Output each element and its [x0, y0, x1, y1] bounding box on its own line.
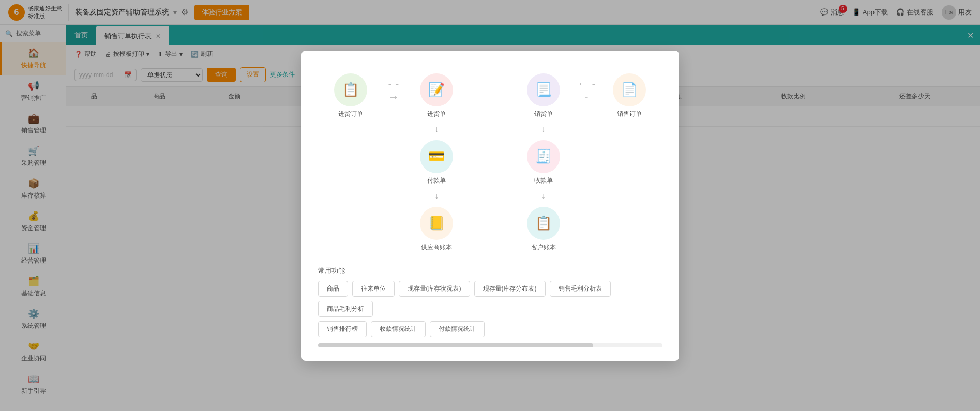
func-buttons-row-2: 销售排行榜 收款情况统计 付款情况统计: [318, 321, 662, 337]
func-btn-stock-dist[interactable]: 现存量(库存分布表): [474, 281, 546, 297]
receipt-bill-label: 收款单: [534, 176, 553, 185]
customer-ledger-label: 客户账本: [531, 243, 556, 252]
flow-node-supplier-ledger[interactable]: 📒 供应商账本: [404, 201, 470, 258]
sales-order-label: 销售订单: [617, 110, 642, 118]
receipt-bill-icon: 🧾: [527, 140, 560, 173]
payment-bill-icon: 💳: [420, 140, 453, 173]
flow-node-payment-bill[interactable]: 💳 付款单: [404, 134, 470, 191]
flow-row-2: 💳 付款单 🧾 收款单: [318, 134, 662, 191]
flow-row-1: 📋 进货订单 - - → 📝 进货单 📃 销货单 ← - - 📄 销售订单: [318, 67, 662, 125]
arrow-down-purchase: ↓: [404, 125, 470, 134]
func-btn-counterpart[interactable]: 往来单位: [352, 281, 395, 297]
purchase-bill-label: 进货单: [427, 110, 446, 118]
func-btn-stock-status[interactable]: 现存量(库存状况表): [399, 281, 470, 297]
supplier-ledger-label: 供应商账本: [421, 243, 452, 252]
arrow-down-sales: ↓: [511, 125, 577, 134]
purchase-bill-icon: 📝: [420, 73, 453, 106]
func-btn-sales-ranking[interactable]: 销售排行榜: [318, 321, 367, 337]
flow-node-sales-bill[interactable]: 📃 销货单: [511, 67, 577, 125]
arrow-down-receipt: ↓: [511, 191, 577, 201]
flow-arrows-row: ↓ ↓: [318, 125, 662, 134]
flow-row-3: 📒 供应商账本 📋 客户账本: [318, 201, 662, 258]
flow-node-receipt-bill[interactable]: 🧾 收款单: [511, 134, 577, 191]
sales-order-icon: 📄: [613, 73, 646, 106]
payment-bill-label: 付款单: [427, 176, 446, 185]
func-btn-payment-stats[interactable]: 付款情况统计: [430, 321, 485, 337]
flow-arrows-row2: ↓ ↓: [318, 191, 662, 201]
arrow-spacer: [470, 90, 511, 101]
modal-scrollbar[interactable]: [318, 343, 662, 347]
customer-ledger-icon: 📋: [527, 207, 560, 240]
func-buttons-row-1: 商品 往来单位 现存量(库存状况表) 现存量(库存分布表) 销售毛利分析表 商品…: [318, 281, 662, 317]
common-funcs-title: 常用功能: [318, 266, 662, 276]
purchase-order-icon: 📋: [334, 73, 367, 106]
func-btn-goods-margin[interactable]: 商品毛利分析: [318, 301, 373, 317]
flow-node-sales-order[interactable]: 📄 销售订单: [597, 67, 662, 125]
supplier-ledger-icon: 📒: [420, 207, 453, 240]
func-btn-sales-margin[interactable]: 销售毛利分析表: [550, 281, 611, 297]
flow-node-purchase-order[interactable]: 📋 进货订单: [318, 67, 384, 125]
flow-node-purchase-bill[interactable]: 📝 进货单: [404, 67, 470, 125]
arrow-h2: ← - -: [576, 77, 597, 114]
func-btn-goods[interactable]: 商品: [318, 281, 348, 297]
sales-bill-icon: 📃: [527, 73, 560, 106]
sales-bill-label: 销货单: [534, 110, 553, 118]
modal-dialog: 📋 进货订单 - - → 📝 进货单 📃 销货单 ← - - 📄 销售订单: [301, 51, 679, 361]
func-btn-receipt-stats[interactable]: 收款情况统计: [371, 321, 426, 337]
arrow-h1: - - →: [383, 77, 404, 114]
common-funcs-section: 常用功能 商品 往来单位 现存量(库存状况表) 现存量(库存分布表) 销售毛利分…: [318, 266, 662, 337]
purchase-order-label: 进货订单: [338, 110, 363, 118]
modal-scrollbar-thumb: [318, 343, 594, 347]
flow-node-customer-ledger[interactable]: 📋 客户账本: [511, 201, 577, 258]
arrow-down-payment: ↓: [404, 191, 470, 201]
modal-overlay[interactable]: 📋 进货订单 - - → 📝 进货单 📃 销货单 ← - - 📄 销售订单: [0, 0, 980, 411]
